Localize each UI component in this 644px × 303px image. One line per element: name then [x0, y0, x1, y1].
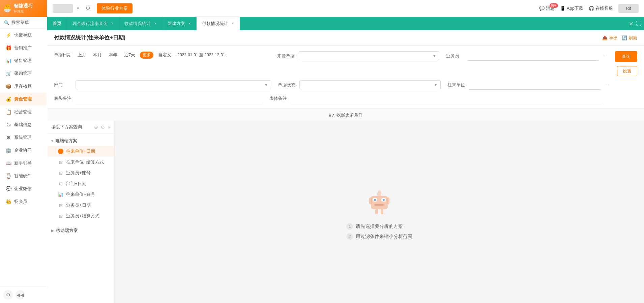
sidebar-item-quick-nav[interactable]: ⚡ 快捷导航	[0, 29, 47, 41]
partner-label: 往来单位	[447, 82, 466, 88]
date-opt-custom[interactable]: 自定义	[156, 51, 173, 59]
sidebar-item-label: 快捷导航	[14, 32, 32, 38]
scheme-staff-settlement[interactable]: ⊞ 业务员+结算方式	[47, 211, 114, 221]
empty-state: 1 请先选择要分析的方案 2 用过滤条件来缩小分析范围	[346, 184, 412, 240]
tip-text-2: 用过滤条件来缩小分析范围	[356, 234, 412, 240]
query-button[interactable]: 查询	[615, 51, 637, 62]
sidebar-item-member[interactable]: 👑 畅会员	[0, 195, 47, 208]
tab-receive-close[interactable]: ×	[154, 21, 156, 26]
sidebar-item-sales[interactable]: 📊 销售管理	[0, 54, 47, 67]
tab-payment-close[interactable]: ×	[232, 21, 234, 26]
message-badge: 99+	[550, 3, 558, 8]
date-opt-this-year[interactable]: 本年	[107, 51, 119, 59]
scheme-partner-settlement[interactable]: ⊞ 往来单位+结算方式	[47, 157, 114, 168]
purchase-icon: 🛒	[5, 70, 11, 77]
filter-doc-status: 单据状态 ▾	[278, 80, 441, 89]
refresh-button[interactable]: 🔄 刷新	[622, 35, 637, 41]
scheme-settings-button[interactable]: ⊙	[101, 124, 105, 130]
tab-receive[interactable]: 收款情况统计 ×	[119, 17, 162, 30]
marketing-icon: 🎁	[5, 45, 11, 51]
topbar: ▾ ⚙ 体验行业方案 💬 消息 99+ 📱 App下载 🎧 在线客服 Rit	[47, 0, 644, 17]
setting-button[interactable]: 设置	[617, 66, 637, 76]
inventory-icon: 📦	[5, 83, 11, 89]
message-button[interactable]: 💬 消息 99+	[539, 5, 555, 11]
tip-num-2: 2	[346, 233, 353, 240]
partner-dots-button[interactable]: ···	[603, 82, 610, 88]
doc-status-label: 单据状态	[278, 82, 297, 88]
svg-rect-5	[387, 198, 389, 204]
page-header: 付款情况统计(往来单位+日期) 📤 导出 🔄 刷新	[47, 30, 644, 46]
tab-new-plan-close[interactable]: ×	[188, 21, 191, 26]
mobile-scheme-group-header[interactable]: ▶ 移动端方案	[47, 225, 114, 236]
sidebar-item-basic-info[interactable]: 🗂 基础信息	[0, 118, 47, 131]
sidebar-item-label: 营销推广	[14, 45, 32, 51]
tab-payment[interactable]: 付款情况统计 ×	[197, 17, 240, 30]
user-avatar[interactable]: Rit	[618, 4, 639, 13]
sidebar-collapse-button[interactable]: ◀◀	[16, 290, 25, 300]
dept-select[interactable]: ▾	[76, 80, 271, 89]
sidebar-item-label: 企业微信	[14, 186, 32, 192]
sidebar-item-operations[interactable]: 📋 经营管理	[0, 105, 47, 118]
sidebar-item-system[interactable]: ⚙ 系统管理	[0, 131, 47, 144]
pc-group-arrow: ▾	[51, 139, 53, 143]
source-select[interactable]: ▾	[299, 51, 439, 60]
sidebar-item-enterprise[interactable]: 🏢 企业协同	[0, 144, 47, 157]
scheme-staff-account[interactable]: ⊞ 业务员+账号	[47, 168, 114, 178]
content-wrapper: 付款情况统计(往来单位+日期) 📤 导出 🔄 刷新 单据日期 上月	[47, 30, 644, 303]
filter-row-1: 单据日期 上月 本月 本年 近7天 更多 自定义 2022-01-01 至 20…	[54, 51, 637, 76]
date-opt-this-month[interactable]: 本月	[91, 51, 104, 59]
sidebar-item-purchase[interactable]: 🛒 采购管理	[0, 67, 47, 80]
collapse-panel-button[interactable]: «	[108, 124, 110, 130]
sidebar-settings-button[interactable]: ⚙	[3, 290, 13, 300]
table-body-note-input[interactable]	[291, 94, 604, 103]
filter-row-2: 部门 ▾ 单据状态 ▾ 往来单位	[54, 80, 637, 90]
date-opt-last-month[interactable]: 上月	[76, 51, 88, 59]
scheme-table-icon: ⊞	[58, 203, 63, 208]
date-opt-last-7days[interactable]: 近7天	[122, 51, 137, 59]
scheme-table-icon: ⊞	[58, 159, 63, 165]
date-opt-more[interactable]: 更多	[140, 52, 153, 59]
tab-cashflow[interactable]: 现金银行流水查询 ×	[67, 17, 119, 30]
scheme-dept-date[interactable]: ⊞ 部门+日期	[47, 178, 114, 189]
staff-dots-button[interactable]: ···	[601, 53, 608, 59]
add-scheme-button[interactable]: ⊕	[94, 124, 98, 130]
scheme-label: 往来单位+日期	[66, 148, 95, 154]
tab-home[interactable]: 首页	[47, 17, 67, 30]
pc-scheme-group-header[interactable]: ▾ 电脑端方案	[47, 136, 114, 146]
tab-expand-button[interactable]: ⛶	[636, 21, 641, 27]
export-icon: 📤	[602, 35, 608, 40]
sidebar-item-guide[interactable]: 📖 新手引导	[0, 157, 47, 170]
sidebar-item-wechat[interactable]: 💬 企业微信	[0, 182, 47, 195]
tab-cashflow-close[interactable]: ×	[111, 21, 113, 26]
table-header-note-input[interactable]	[76, 94, 263, 103]
sidebar-item-capital[interactable]: 💰 资金管理	[0, 93, 47, 105]
main-area: ▾ ⚙ 体验行业方案 💬 消息 99+ 📱 App下载 🎧 在线客服 Rit	[47, 0, 644, 303]
tab-close-all-button[interactable]: ✕	[629, 21, 633, 27]
scheme-partner-date[interactable]: 往来单位+日期	[47, 146, 114, 157]
partner-input[interactable]	[469, 80, 601, 90]
app-download-button[interactable]: 📱 App下载	[560, 5, 583, 11]
staff-input[interactable]	[468, 51, 598, 61]
refresh-icon: 🔄	[622, 35, 627, 40]
sidebar-item-hardware[interactable]: ⌚ 智能硬件	[0, 170, 47, 182]
service-button[interactable]: 🎧 在线客服	[589, 5, 613, 11]
doc-status-select[interactable]: ▾	[299, 80, 441, 89]
topbar-gear-button[interactable]: ⚙	[83, 4, 93, 13]
scheme-staff-date[interactable]: ⊞ 业务员+日期	[47, 200, 114, 211]
sidebar-item-inventory[interactable]: 📦 库存核算	[0, 80, 47, 93]
topbar-right: 💬 消息 99+ 📱 App下载 🎧 在线客服 Rit	[539, 4, 639, 13]
scheme-partner-account[interactable]: 📊 往来单位+账号	[47, 189, 114, 200]
sidebar-logo-text: 畅捷通巧	[14, 3, 33, 9]
empty-tips: 1 请先选择要分析的方案 2 用过滤条件来缩小分析范围	[346, 223, 412, 240]
export-button[interactable]: 📤 导出	[602, 35, 618, 41]
sidebar-footer: ⚙ ◀◀	[0, 286, 47, 303]
collapse-button[interactable]: ∧∧ 收起更多条件	[47, 109, 644, 121]
svg-rect-0	[371, 196, 388, 209]
tab-new-plan[interactable]: 新建方案 ×	[162, 17, 197, 30]
gear-icon: ⚙	[86, 5, 90, 11]
sidebar-item-marketing[interactable]: 🎁 营销推广	[0, 41, 47, 54]
topbar-dropdown-arrow[interactable]: ▾	[77, 6, 79, 11]
left-panel-title: 按以下方案查询	[51, 124, 82, 130]
sidebar-search[interactable]: 🔍 搜索菜单	[0, 17, 47, 29]
trial-button[interactable]: 体验行业方案	[97, 3, 133, 13]
